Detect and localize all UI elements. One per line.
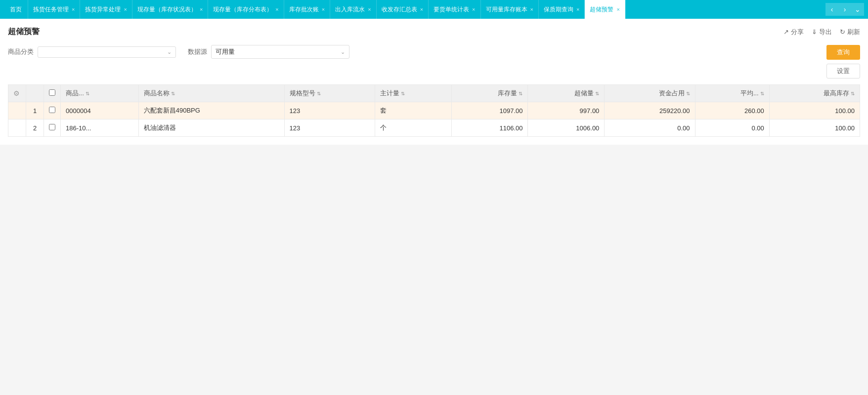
sort-icon: ⇅ xyxy=(686,91,690,96)
nav-tab-3[interactable]: 现存量（库存分布表） × xyxy=(208,0,284,19)
close-icon[interactable]: × xyxy=(616,6,619,12)
th-settings: ⚙ xyxy=(8,85,26,102)
page-title: 超储预警 xyxy=(8,27,40,37)
sort-spec[interactable]: 规格型号 ⇅ xyxy=(290,89,321,98)
td-unit: 套 xyxy=(375,102,451,119)
nav-tab-0[interactable]: 拣货任务管理 × xyxy=(28,0,80,19)
nav-prev-button[interactable]: ‹ xyxy=(825,3,838,16)
sort-icon: ⇅ xyxy=(401,91,405,96)
export-icon: ⇓ xyxy=(812,28,817,36)
sort-icon: ⇅ xyxy=(851,91,855,96)
sort-stock-qty[interactable]: 库存量 ⇅ xyxy=(498,89,522,98)
nav-tab-1[interactable]: 拣货异常处理 × xyxy=(80,0,132,19)
filters-group: 商品分类 ⌄ 数据源 可用量 ⌄ xyxy=(8,45,349,59)
td-settings xyxy=(8,119,26,137)
settings-icon[interactable]: ⚙ xyxy=(13,89,20,97)
row-checkbox[interactable] xyxy=(49,107,55,113)
sort-icon: ⇅ xyxy=(317,91,321,96)
td-overstock-qty: 1006.00 xyxy=(528,119,605,137)
close-icon[interactable]: × xyxy=(530,6,533,12)
close-icon[interactable]: × xyxy=(72,6,75,12)
query-button[interactable]: 查询 xyxy=(826,45,860,60)
nav-arrows: ‹ › ⌄ xyxy=(825,3,864,16)
sort-max-stock[interactable]: 最高库存 ⇅ xyxy=(824,89,855,98)
th-product-code: 商品... ⇅ xyxy=(61,85,139,102)
close-icon[interactable]: × xyxy=(420,6,423,12)
sort-icon: ⇅ xyxy=(86,91,89,96)
td-avg: 0.00 xyxy=(695,119,769,137)
td-checkbox xyxy=(44,102,61,119)
table-body: 1 0000004 六配套新昌490BPG 123 套 1097.00 997.… xyxy=(8,102,860,137)
td-product-code: 0000004 xyxy=(61,102,139,119)
nav-more-button[interactable]: ⌄ xyxy=(851,3,864,16)
close-icon[interactable]: × xyxy=(472,6,475,12)
th-overstock-qty: 超储量 ⇅ xyxy=(528,85,605,102)
select-all-checkbox[interactable] xyxy=(49,89,55,96)
td-capital: 0.00 xyxy=(605,119,695,137)
nav-tab-7[interactable]: 要货单统计表 × xyxy=(429,0,480,19)
th-stock-qty: 库存量 ⇅ xyxy=(451,85,528,102)
nav-tab-5[interactable]: 出入库流水 × xyxy=(330,0,376,19)
td-spec: 123 xyxy=(284,119,375,137)
th-avg: 平均... ⇅ xyxy=(695,85,769,102)
sort-avg[interactable]: 平均... ⇅ xyxy=(740,89,764,98)
td-num: 1 xyxy=(26,102,44,119)
td-unit: 个 xyxy=(375,119,451,137)
sort-icon: ⇅ xyxy=(760,91,764,96)
th-unit: 主计量 ⇅ xyxy=(375,85,451,102)
category-filter: 商品分类 ⌄ xyxy=(8,46,176,58)
close-icon[interactable]: × xyxy=(275,6,278,12)
close-icon[interactable]: × xyxy=(368,6,371,12)
td-spec: 123 xyxy=(284,102,375,119)
chevron-down-icon: ⌄ xyxy=(341,49,345,55)
datasource-select[interactable]: 可用量 ⌄ xyxy=(211,45,349,59)
datasource-filter: 数据源 可用量 ⌄ xyxy=(188,45,349,59)
nav-next-button[interactable]: › xyxy=(838,3,851,16)
close-icon[interactable]: × xyxy=(322,6,325,12)
sort-capital[interactable]: 资金占用 ⇅ xyxy=(659,89,690,98)
close-icon[interactable]: × xyxy=(576,6,579,12)
th-checkbox xyxy=(44,85,61,102)
close-icon[interactable]: × xyxy=(124,6,127,12)
nav-tab-10[interactable]: 超储预警 × xyxy=(585,0,625,19)
td-max-stock: 100.00 xyxy=(769,102,860,119)
filters-and-btns: 商品分类 ⌄ 数据源 可用量 ⌄ 查询 设置 xyxy=(8,45,860,79)
export-button[interactable]: ⇓ 导出 xyxy=(812,28,832,37)
nav-tab-8[interactable]: 可用量库存账本 × xyxy=(481,0,539,19)
category-select[interactable]: ⌄ xyxy=(38,46,176,58)
page-header: 超储预警 ↗ 分享 ⇓ 导出 ↻ 刷新 xyxy=(8,27,860,37)
settings-button[interactable]: 设置 xyxy=(826,64,860,79)
nav-home[interactable]: 首页 xyxy=(4,0,28,19)
close-icon[interactable]: × xyxy=(200,6,203,12)
sort-icon: ⇅ xyxy=(595,91,599,96)
share-button[interactable]: ↗ 分享 xyxy=(783,28,804,37)
table-header-row: ⚙ 商品... ⇅ 商品名称 ⇅ xyxy=(8,85,860,102)
sort-unit[interactable]: 主计量 ⇅ xyxy=(380,89,405,98)
td-settings xyxy=(8,102,26,119)
th-product-name: 商品名称 ⇅ xyxy=(138,85,284,102)
nav-tab-9[interactable]: 保质期查询 × xyxy=(539,0,585,19)
nav-tab-4[interactable]: 库存批次账 × xyxy=(284,0,330,19)
page-container: 超储预警 ↗ 分享 ⇓ 导出 ↻ 刷新 商品分类 ⌄ xyxy=(0,19,868,145)
action-buttons: 查询 设置 xyxy=(826,45,860,79)
nav-tab-2[interactable]: 现存量（库存状况表） × xyxy=(132,0,208,19)
datasource-value: 可用量 xyxy=(216,47,235,56)
sort-overstock-qty[interactable]: 超储量 ⇅ xyxy=(574,89,599,98)
table-row: 1 0000004 六配套新昌490BPG 123 套 1097.00 997.… xyxy=(8,102,860,119)
refresh-icon: ↻ xyxy=(840,28,845,36)
chevron-down-icon: ⌄ xyxy=(167,49,172,55)
sort-product-code[interactable]: 商品... ⇅ xyxy=(66,89,89,98)
th-spec: 规格型号 ⇅ xyxy=(284,85,375,102)
table-row: 2 186-10... 机油滤清器 123 个 1106.00 1006.00 … xyxy=(8,119,860,137)
nav-tab-6[interactable]: 收发存汇总表 × xyxy=(377,0,429,19)
td-stock-qty: 1097.00 xyxy=(451,102,528,119)
datasource-label: 数据源 xyxy=(188,47,207,56)
sort-product-name[interactable]: 商品名称 ⇅ xyxy=(144,89,175,98)
td-product-name: 机油滤清器 xyxy=(138,119,284,137)
row-checkbox[interactable] xyxy=(49,124,55,130)
share-icon: ↗ xyxy=(783,28,789,36)
refresh-button[interactable]: ↻ 刷新 xyxy=(840,28,860,37)
sort-icon: ⇅ xyxy=(171,91,175,96)
top-nav: 首页 拣货任务管理 × 拣货异常处理 × 现存量（库存状况表） × 现存量（库存… xyxy=(0,0,868,19)
header-actions: ↗ 分享 ⇓ 导出 ↻ 刷新 xyxy=(783,28,860,37)
